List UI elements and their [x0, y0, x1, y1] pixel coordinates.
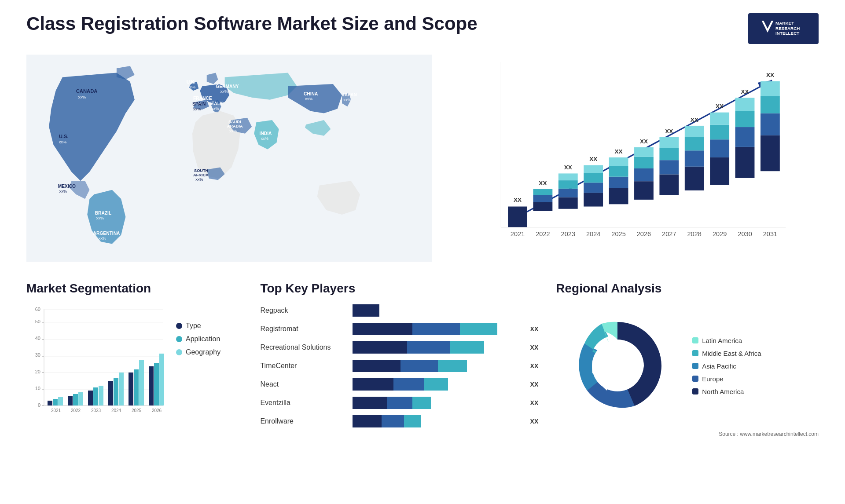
legend-middle-east: Middle East & Africa	[692, 350, 761, 357]
svg-text:INDIA: INDIA	[260, 131, 272, 136]
svg-rect-125	[53, 399, 58, 405]
svg-rect-43	[533, 202, 552, 211]
svg-rect-59	[609, 166, 628, 177]
svg-rect-133	[93, 387, 98, 405]
player-row-enrollware: Enrollware XX	[260, 415, 538, 427]
svg-rect-87	[760, 135, 780, 171]
legend-label-geography: Geography	[186, 348, 220, 356]
logo-area: MARKET RESEARCH INTELLECT	[748, 13, 819, 44]
player-name-eventzilla: Eventzilla	[260, 399, 348, 407]
svg-rect-47	[558, 197, 578, 209]
svg-rect-141	[134, 369, 139, 405]
player-name-regpack: Regpack	[260, 307, 348, 314]
page-title: Class Registration Software Market Size …	[26, 13, 478, 34]
bar-segment	[353, 360, 400, 372]
legend-text-europe: Europe	[702, 375, 723, 383]
svg-text:U.S.: U.S.	[59, 134, 69, 139]
svg-rect-60	[609, 157, 628, 166]
svg-rect-83	[735, 127, 755, 147]
svg-text:BRAZIL: BRAZIL	[95, 211, 112, 215]
player-bars-eventzilla	[353, 397, 523, 409]
legend-application: Application	[176, 335, 220, 343]
legend-text-north-america: North America	[702, 388, 744, 395]
player-name-neact: Neact	[260, 380, 348, 388]
player-xx-enrollware: XX	[530, 418, 539, 425]
legend-text-latin-america: Latin America	[702, 337, 742, 344]
svg-text:30: 30	[35, 352, 40, 358]
svg-rect-144	[149, 366, 154, 405]
svg-text:XX: XX	[589, 156, 597, 162]
bar-segment	[353, 323, 412, 335]
svg-rect-88	[760, 113, 780, 135]
svg-rect-58	[609, 177, 628, 188]
svg-text:XX: XX	[691, 117, 698, 123]
legend-latin-america: Latin America	[692, 337, 761, 344]
bar-segment	[400, 360, 438, 372]
svg-text:xx%: xx%	[261, 136, 268, 141]
svg-rect-41	[508, 207, 527, 227]
bar-segment	[438, 360, 467, 372]
bar-segment	[353, 378, 393, 391]
svg-rect-52	[584, 193, 603, 206]
world-map-svg: CANADA xx% U.S. xx% MEXICO xx% BRAZIL xx…	[26, 53, 432, 264]
svg-text:FRANCE: FRANCE	[193, 96, 212, 101]
svg-text:2023: 2023	[91, 408, 101, 413]
legend-color-middle-east	[692, 350, 698, 356]
bar-segment	[407, 341, 450, 354]
svg-point-148	[592, 340, 643, 391]
legend-north-america: North America	[692, 388, 761, 395]
svg-rect-146	[159, 354, 164, 405]
svg-rect-55	[584, 165, 603, 173]
player-name-timecenter: TimeCenter	[260, 362, 348, 370]
svg-marker-0	[762, 21, 774, 33]
bar-segment	[404, 415, 421, 427]
svg-text:2031: 2031	[763, 230, 777, 237]
regional-section: Regional Analysis	[556, 281, 819, 437]
player-row-timecenter: TimeCenter XX	[260, 360, 538, 372]
bar-segment	[412, 397, 431, 409]
bar-segment	[382, 415, 404, 427]
growth-chart-svg: XX XX XX XX	[450, 53, 819, 264]
bar-segment	[450, 341, 484, 354]
svg-text:SAUDI: SAUDI	[228, 120, 241, 124]
svg-text:JAPAN: JAPAN	[342, 92, 357, 97]
svg-rect-84	[735, 111, 755, 128]
player-row-eventzilla: Eventzilla XX	[260, 397, 538, 409]
legend-text-asia-pacific: Asia Pacific	[702, 362, 736, 370]
svg-text:ARGENTINA: ARGENTINA	[93, 231, 120, 236]
svg-text:2025: 2025	[611, 230, 625, 237]
svg-rect-67	[659, 175, 679, 195]
svg-rect-75	[685, 126, 704, 137]
svg-text:xx%: xx%	[96, 216, 104, 220]
svg-rect-45	[533, 189, 552, 195]
svg-text:xx%: xx%	[305, 97, 312, 101]
svg-rect-85	[735, 98, 755, 111]
legend-color-latin-america	[692, 337, 698, 343]
svg-text:XX: XX	[716, 103, 724, 110]
pie-with-legend: Latin America Middle East & Africa Asia …	[556, 304, 819, 427]
bar-segment	[412, 323, 460, 335]
svg-text:2026: 2026	[637, 230, 651, 237]
svg-rect-134	[99, 386, 103, 405]
svg-rect-138	[119, 373, 124, 405]
svg-rect-140	[129, 373, 133, 405]
svg-rect-132	[88, 391, 93, 405]
svg-text:MARKET: MARKET	[775, 21, 794, 26]
svg-text:xx%: xx%	[188, 85, 195, 89]
page-container: Class Registration Software Market Size …	[0, 0, 845, 504]
svg-text:60: 60	[35, 307, 40, 312]
svg-text:xx%: xx%	[195, 177, 203, 182]
svg-text:INTELLECT: INTELLECT	[775, 31, 799, 36]
svg-rect-62	[634, 181, 654, 200]
svg-text:2021: 2021	[511, 230, 525, 237]
pie-chart-svg	[556, 304, 679, 427]
bar-segment	[353, 415, 382, 427]
svg-text:XX: XX	[741, 88, 749, 95]
bar-segment	[393, 378, 424, 391]
svg-rect-68	[659, 160, 679, 174]
svg-text:ITALY: ITALY	[210, 101, 223, 106]
svg-rect-64	[634, 157, 654, 168]
svg-text:XX: XX	[539, 180, 547, 186]
bar-chart-section: XX XX XX XX	[450, 53, 819, 264]
top-section: CANADA xx% U.S. xx% MEXICO xx% BRAZIL xx…	[26, 53, 819, 264]
